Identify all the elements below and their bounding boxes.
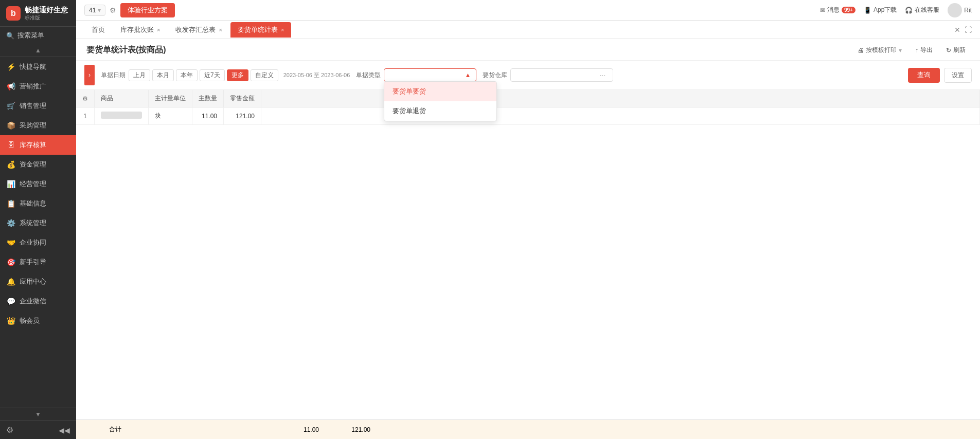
type-label: 单据类型 xyxy=(356,71,381,80)
product-blurred xyxy=(101,112,142,119)
sidebar-item-wechat[interactable]: 💬 企业微信 xyxy=(0,291,76,311)
col-unit: 主计量单位 xyxy=(149,90,192,107)
settings-gear-icon: ⚙ xyxy=(82,95,88,102)
row-amount: 121.00 xyxy=(224,107,261,125)
topbar-left: 41 ▾ ⚙ 体验行业方案 xyxy=(84,3,814,17)
query-button[interactable]: 查询 xyxy=(908,68,940,83)
sidebar-logo: b 畅捷通好生意 标准版 xyxy=(0,0,76,27)
print-arrow-icon: ▾ xyxy=(899,47,902,54)
row-quantity: 11.00 xyxy=(192,107,224,125)
quick-nav-icon: ⚡ xyxy=(6,63,15,71)
sidebar-item-system[interactable]: ⚙️ 系统管理 xyxy=(0,213,76,233)
sidebar-item-label: 新手引导 xyxy=(20,258,46,267)
export-btn[interactable]: ↑ 导出 xyxy=(911,44,937,56)
table-footer: 合计 11.00 121.00 xyxy=(76,419,980,439)
main-content: 41 ▾ ⚙ 体验行业方案 ✉ 消息 99+ 📱 App下载 🎧 在线客服 R xyxy=(76,0,980,439)
system-icon: ⚙️ xyxy=(6,219,15,227)
sidebar-item-label: 经营管理 xyxy=(20,179,46,189)
sidebar-item-label: 企业协同 xyxy=(20,238,46,247)
sidebar-item-label: 基础信息 xyxy=(20,199,46,208)
sidebar-bottom: ⚙ ◀◀ xyxy=(0,420,76,439)
tab-inventory-batch[interactable]: 库存批次账 × xyxy=(113,22,167,38)
sidebar-item-label: 企业微信 xyxy=(20,297,46,306)
warehouse-select-box[interactable]: ··· xyxy=(510,68,613,82)
footer-amount: 121.00 xyxy=(319,426,370,433)
service-item[interactable]: 🎧 在线客服 xyxy=(905,6,939,14)
purchase-icon: 📦 xyxy=(6,121,15,130)
tab-home[interactable]: 首页 xyxy=(84,22,112,38)
col-settings[interactable]: ⚙ xyxy=(76,90,95,107)
sidebar-settings-icon[interactable]: ⚙ xyxy=(6,425,13,435)
filter-expand-btn[interactable]: › xyxy=(84,65,95,85)
download-item[interactable]: 📱 App下载 xyxy=(864,6,897,14)
user-item[interactable]: Rit xyxy=(948,3,972,17)
sidebar-item-guide[interactable]: 🎯 新手引导 xyxy=(0,252,76,272)
refresh-btn[interactable]: ↻ 刷新 xyxy=(942,44,970,56)
appstore-icon: 🔔 xyxy=(6,278,15,286)
maximize-icon[interactable]: ⛶ xyxy=(965,26,972,34)
topbar-gear-icon[interactable]: ⚙ xyxy=(110,6,116,14)
btn-last-7days[interactable]: 近7天 xyxy=(200,69,225,81)
order-goods-label: 要货单要货 xyxy=(393,87,426,95)
sidebar: b 畅捷通好生意 标准版 🔍 搜索菜单 ▲ ⚡ 快捷导航 📢 营销推广 🛒 销售… xyxy=(0,0,76,439)
close-all-tabs[interactable]: ✕ xyxy=(954,26,960,34)
filter-quick-btns: 上月 本月 本年 近7天 更多 自定义 xyxy=(129,69,278,81)
export-label: 导出 xyxy=(920,46,933,54)
tab-receive-summary-close[interactable]: × xyxy=(219,27,222,33)
tab-home-label: 首页 xyxy=(92,25,105,34)
sidebar-item-label: 销售管理 xyxy=(20,101,46,111)
sales-icon: 🛒 xyxy=(6,102,15,110)
sidebar-collapse-icon[interactable]: ◀◀ xyxy=(59,426,70,434)
filter-warehouse-group: 要货仓库 ··· xyxy=(483,68,613,82)
message-label: 消息 xyxy=(827,6,840,14)
sidebar-scroll-up[interactable]: ▲ xyxy=(0,45,76,56)
tab-receive-summary[interactable]: 收发存汇总表 × xyxy=(168,22,229,38)
footer-label: 合计 xyxy=(103,425,206,434)
tab-order-stats[interactable]: 要货单统计表 × xyxy=(230,22,291,38)
guide-icon: 🎯 xyxy=(6,258,15,266)
sidebar-item-inventory[interactable]: 🗄 库存核算 xyxy=(0,135,76,155)
dropdown-item-order-goods[interactable]: 要货单要货 xyxy=(384,82,496,101)
print-icon: 🖨 xyxy=(858,47,864,54)
btn-custom[interactable]: 自定义 xyxy=(251,69,278,81)
sidebar-item-operation[interactable]: 📊 经营管理 xyxy=(0,174,76,194)
page-title: 要货单统计表(按商品) xyxy=(86,45,166,56)
members-icon: 👑 xyxy=(6,317,15,325)
sidebar-item-basic[interactable]: 📋 基础信息 xyxy=(0,194,76,213)
sidebar-item-label: 库存核算 xyxy=(20,140,46,150)
sidebar-item-sales[interactable]: 🛒 销售管理 xyxy=(0,96,76,116)
sidebar-item-members[interactable]: 👑 畅会员 xyxy=(0,311,76,331)
sidebar-item-marketing[interactable]: 📢 营销推广 xyxy=(0,77,76,96)
col-quantity: 主数量 xyxy=(192,90,224,107)
filter-type-group: 单据类型 ▲ 要货单要货 要货单退货 xyxy=(356,68,476,82)
sidebar-search[interactable]: 🔍 搜索菜单 xyxy=(0,27,76,44)
tab-order-stats-close[interactable]: × xyxy=(281,27,284,33)
btn-more-dates[interactable]: 更多 xyxy=(227,69,248,81)
btn-last-month[interactable]: 上月 xyxy=(129,69,150,81)
print-btn[interactable]: 🖨 按模板打印 ▾ xyxy=(853,44,906,56)
warehouse-dots-icon: ··· xyxy=(600,71,606,79)
tab-inventory-batch-close[interactable]: × xyxy=(157,27,160,33)
sidebar-item-label: 系统管理 xyxy=(20,218,46,228)
filter-bar: › 单据日期 上月 本月 本年 近7天 更多 自定义 2023-05-06 至 … xyxy=(76,61,980,90)
basic-icon: 📋 xyxy=(6,199,15,208)
message-item[interactable]: ✉ 消息 99+ xyxy=(820,6,856,14)
sidebar-scroll-down[interactable]: ▼ xyxy=(0,409,76,419)
col-extra xyxy=(261,90,980,107)
set-button[interactable]: 设置 xyxy=(944,68,972,83)
sidebar-item-purchase[interactable]: 📦 采购管理 xyxy=(0,116,76,135)
btn-this-year[interactable]: 本年 xyxy=(176,69,198,81)
btn-this-month[interactable]: 本月 xyxy=(152,69,174,81)
trial-btn[interactable]: 体验行业方案 xyxy=(120,3,175,17)
sidebar-item-appstore[interactable]: 🔔 应用中心 xyxy=(0,272,76,291)
sidebar-item-quick-nav[interactable]: ⚡ 快捷导航 xyxy=(0,57,76,77)
sidebar-item-finance[interactable]: 💰 资金管理 xyxy=(0,155,76,174)
topbar-store-select[interactable]: 41 ▾ xyxy=(84,5,105,16)
type-select-box[interactable]: ▲ 要货单要货 要货单退货 xyxy=(384,68,476,82)
dropdown-item-order-return[interactable]: 要货单退货 xyxy=(384,101,496,121)
sidebar-item-enterprise[interactable]: 🤝 企业协同 xyxy=(0,233,76,252)
page-header: 要货单统计表(按商品) 🖨 按模板打印 ▾ ↑ 导出 ↻ 刷新 xyxy=(76,39,980,61)
message-icon: ✉ xyxy=(820,7,825,14)
message-badge: 99+ xyxy=(842,7,856,13)
date-label: 单据日期 xyxy=(101,71,126,80)
